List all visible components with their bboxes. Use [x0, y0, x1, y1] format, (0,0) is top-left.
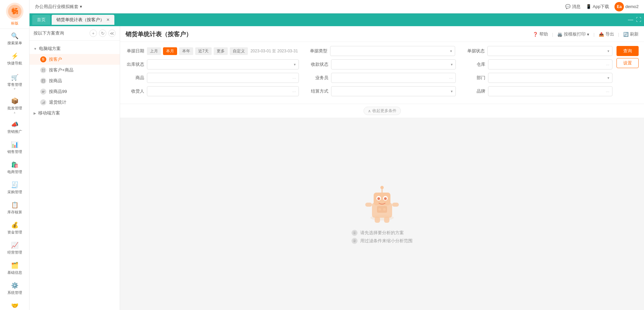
tree-item-by-goods[interactable]: 按商品	[30, 75, 120, 86]
add-scheme-btn[interactable]: +	[90, 30, 97, 37]
user-profile[interactable]: Ea demo2	[614, 2, 639, 11]
by-goods-99-icon	[40, 89, 46, 95]
app-download-label: App下载	[593, 4, 609, 10]
collapse-more-conditions-btn[interactable]: ∧ 收起更多条件	[364, 107, 401, 115]
order-status-select[interactable]: ▾	[487, 46, 612, 56]
sidebar-item-ecommerce[interactable]: 🛍️ 电商管理	[0, 158, 29, 178]
action-divider-1: |	[552, 32, 553, 37]
salesperson-label: 业务员	[310, 75, 328, 81]
warehouse-select[interactable]: ···	[488, 59, 612, 69]
tab-home[interactable]: 首页	[32, 15, 50, 25]
search-icon: 🔍	[11, 32, 18, 40]
sidebar-item-basic[interactable]: 🗂️ 基础信息	[0, 258, 29, 278]
tab-sales-stats[interactable]: 销货单统计表（按客户） ✕	[52, 15, 114, 25]
svg-rect-25	[392, 203, 399, 207]
brand-label: 品牌	[467, 88, 485, 94]
tree-item-by-customer-goods-label: 按客户+商品	[49, 67, 73, 73]
sidebar-item-search[interactable]: 🔍 搜索菜单	[0, 29, 29, 49]
date-btn-custom[interactable]: 自定义	[230, 47, 248, 55]
tab-minimize-icon[interactable]: —	[628, 17, 633, 23]
department-chevron: ▾	[607, 76, 609, 80]
export-btn[interactable]: 📤 导出	[599, 31, 614, 37]
username: demo2	[625, 4, 639, 9]
sidebar-item-inventory[interactable]: 📋 库存核算	[0, 198, 29, 218]
settings-button[interactable]: 设置	[616, 58, 639, 68]
right-panel: 销货单统计表（按客户） ❓ 帮助 | 🖨️ 按模板打印 ▾ | 📤	[120, 26, 644, 310]
message-btn[interactable]: 💬 消息	[565, 4, 581, 10]
sidebar-item-sales[interactable]: 📊 销售管理	[0, 138, 29, 158]
tree-group-mobile-header[interactable]: ▶ 移动端方案	[30, 108, 120, 118]
sidebar-item-marketing[interactable]: 📣 营销推广	[0, 117, 29, 138]
tree-item-by-goods-99-label: 按商品99	[49, 89, 67, 95]
app-download-btn[interactable]: 📱 App下载	[586, 4, 609, 10]
tree-group-desktop-header[interactable]: ▼ 电脑端方案	[30, 43, 120, 54]
export-icon: 📤	[599, 32, 604, 37]
empty-tip-2-text: 用过滤条件来缩小分析范围	[360, 238, 413, 244]
query-button[interactable]: 查询	[616, 46, 639, 56]
brand-select[interactable]: ···	[488, 86, 612, 96]
department-select[interactable]: ▾	[488, 73, 612, 83]
quick-nav-icon: ⚡	[11, 52, 18, 60]
refresh-scheme-btn[interactable]: ↻	[99, 30, 106, 37]
tree-group-mobile-label: 移动端方案	[38, 110, 60, 116]
settlement-label: 结算方式	[310, 88, 328, 94]
sidebar-item-finance[interactable]: 💰 资金管理	[0, 218, 29, 238]
receiver-select[interactable]: ···	[147, 86, 299, 96]
receiver-more-icon[interactable]: ···	[292, 89, 296, 94]
goods-select[interactable]: ···	[147, 73, 299, 83]
marketing-icon: 📣	[11, 121, 18, 128]
refresh-label: 刷新	[630, 31, 639, 37]
date-btn-this-month[interactable]: 本月	[163, 47, 177, 55]
date-btn-this-year[interactable]: 本年	[179, 47, 193, 55]
receipt-status-chevron: ▾	[451, 62, 453, 67]
tree-item-by-customer-goods[interactable]: 按客户+商品	[30, 65, 120, 75]
retail-arrow-icon: ▼	[13, 87, 16, 91]
sidebar-item-quick-nav[interactable]: ⚡ 快捷导航	[0, 49, 29, 69]
date-btn-last-month[interactable]: 上月	[147, 47, 161, 55]
help-btn[interactable]: ❓ 帮助	[533, 31, 548, 37]
svg-rect-12	[42, 103, 43, 104]
empty-tip-1-text: 请先选择要分析的方案	[360, 230, 404, 236]
tab-home-label: 首页	[37, 17, 46, 23]
out-status-select[interactable]: ▾	[147, 59, 299, 69]
svg-point-21	[384, 197, 387, 200]
sales-icon: 📊	[11, 141, 18, 148]
tab-fullscreen-icon[interactable]: ⛶	[636, 17, 641, 23]
goods-more-icon[interactable]: ···	[292, 75, 296, 81]
warehouse-label: 仓库	[467, 61, 485, 67]
sidebar-item-retail[interactable]: 🛒 零售管理 ▼	[0, 70, 29, 94]
tabbar-right: — ⛶	[628, 17, 641, 23]
empty-tip-2: ② 用过滤条件来缩小分析范围	[352, 238, 413, 244]
department-label: 部门	[467, 75, 485, 81]
sidebar-item-cooperation[interactable]: 🤝 企业协同	[0, 299, 29, 310]
collapse-label: 收起更多条件	[372, 108, 396, 114]
date-btn-more[interactable]: 更多	[214, 47, 228, 55]
sidebar-item-basic-label: 基础信息	[7, 270, 22, 275]
industry-selector[interactable]: 办公用品行业模拟账套 ▾	[35, 4, 82, 10]
tree-item-by-customer-label: 按客户	[49, 56, 62, 62]
salesperson-select[interactable]: ···	[331, 73, 455, 83]
tab-close-icon[interactable]: ✕	[106, 17, 110, 22]
tree-item-by-goods-99[interactable]: 按商品99	[30, 86, 120, 97]
receipt-status-select[interactable]: ▾	[331, 59, 455, 69]
tree-item-by-customer[interactable]: 客 按客户	[30, 54, 120, 65]
help-label: 帮助	[539, 31, 548, 37]
sidebar-item-wholesale[interactable]: 📦 批发管理 ▲	[0, 94, 29, 117]
sidebar-item-inventory-label: 库存核算	[7, 210, 22, 215]
tree-group-desktop-arrow: ▼	[34, 47, 37, 51]
action-divider-2: |	[593, 32, 594, 37]
sidebar-item-operations[interactable]: 📈 经营管理	[0, 238, 29, 258]
collapse-panel-btn[interactable]: ≪	[108, 30, 116, 37]
date-btn-last-7[interactable]: 近7天	[195, 47, 212, 55]
sidebar-item-system[interactable]: ⚙️ 系统管理	[0, 278, 29, 299]
template-print-btn[interactable]: 🖨️ 按模板打印 ▾	[557, 31, 589, 37]
settlement-select[interactable]: ▾	[331, 86, 455, 96]
by-goods-icon	[40, 78, 46, 84]
salesperson-more-icon[interactable]: ···	[449, 75, 453, 81]
brand-more-icon[interactable]: ···	[606, 89, 609, 94]
warehouse-more-icon[interactable]: ···	[606, 62, 609, 67]
order-type-select[interactable]: ▾	[330, 46, 455, 56]
refresh-btn[interactable]: 🔄 刷新	[623, 31, 639, 37]
sidebar-item-purchase[interactable]: 🧾 采购管理	[0, 178, 29, 198]
tree-item-return-stats[interactable]: 退货统计	[30, 97, 120, 108]
